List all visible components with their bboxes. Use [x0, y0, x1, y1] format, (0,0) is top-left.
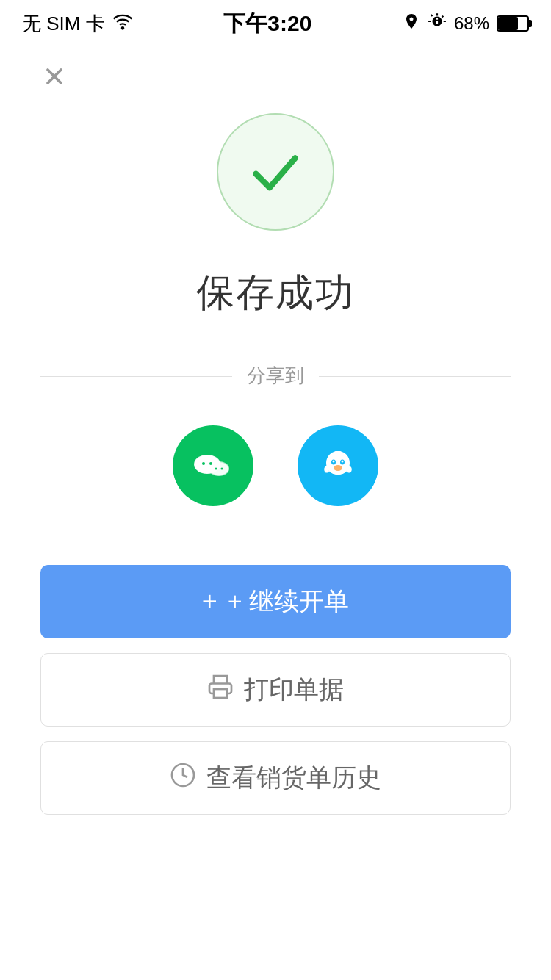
continue-icon: + [202, 586, 217, 617]
close-button[interactable] [37, 59, 72, 94]
status-time: 下午3:20 [223, 9, 311, 39]
qq-icon [314, 442, 361, 489]
svg-point-6 [202, 462, 205, 465]
history-icon [170, 762, 196, 794]
status-right: 68% [403, 12, 529, 35]
status-left: 无 SIM 卡 [22, 11, 133, 37]
wifi-icon [112, 11, 133, 37]
battery-percent: 68% [454, 13, 489, 34]
carrier-text: 无 SIM 卡 [22, 11, 105, 37]
action-buttons: + + 继续开单 打印单据 查看销货单历史 [40, 565, 511, 815]
svg-point-15 [333, 461, 335, 463]
checkmark-icon [246, 143, 305, 201]
history-label: 查看销货单历史 [206, 761, 381, 795]
wechat-share-button[interactable] [173, 425, 253, 506]
print-button[interactable]: 打印单据 [40, 653, 511, 727]
svg-point-10 [221, 468, 223, 470]
continue-label: + 继续开单 [228, 585, 349, 619]
success-icon-circle [217, 113, 334, 231]
wechat-icon [190, 442, 237, 489]
svg-point-16 [342, 461, 344, 463]
status-bar: 无 SIM 卡 下午3:20 68% [0, 0, 551, 47]
svg-point-9 [215, 468, 217, 470]
success-title: 保存成功 [196, 267, 355, 319]
main-content: 保存成功 分享到 [0, 47, 551, 815]
location-icon [403, 12, 420, 35]
svg-point-17 [334, 465, 342, 471]
print-icon [207, 674, 234, 706]
qq-share-button[interactable] [298, 425, 378, 506]
continue-button[interactable]: + + 继续开单 [40, 565, 511, 638]
share-divider: 分享到 [40, 363, 511, 389]
svg-rect-18 [214, 689, 227, 698]
print-label: 打印单据 [244, 673, 344, 707]
svg-point-8 [209, 462, 228, 475]
alarm-icon [428, 12, 447, 35]
svg-point-0 [122, 27, 123, 29]
share-label: 分享到 [232, 363, 319, 389]
history-button[interactable]: 查看销货单历史 [40, 741, 511, 815]
battery-icon [497, 15, 529, 32]
share-icons [173, 425, 378, 506]
